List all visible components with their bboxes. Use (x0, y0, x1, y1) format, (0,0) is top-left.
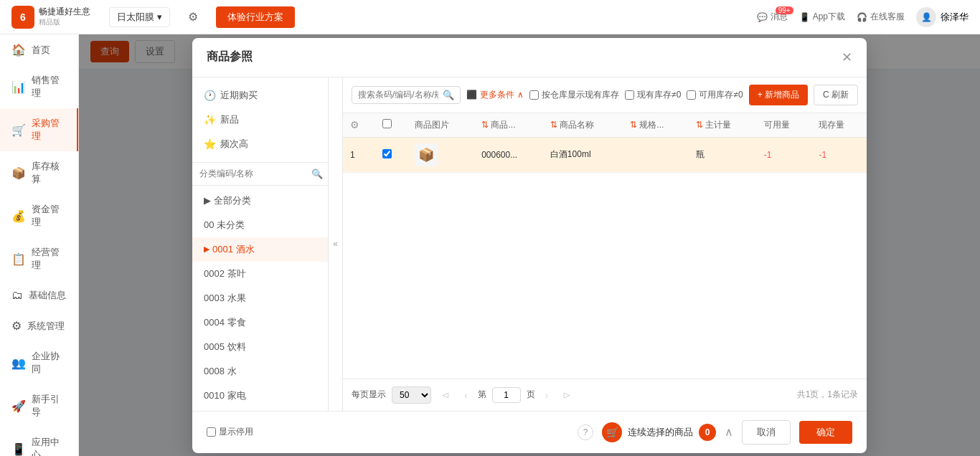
sidebar-item-system[interactable]: ⚙ 系统管理 (0, 310, 78, 341)
online-service-label: 在线客服 (870, 11, 905, 23)
category-search-input[interactable] (199, 168, 307, 179)
page-input[interactable] (492, 387, 521, 403)
footer-right: ? 🛒 连续选择的商品 0 ∧ 取消 确定 (578, 420, 852, 445)
row-checkbox[interactable] (382, 149, 392, 158)
check-by-warehouse-label[interactable]: 按仓库显示现有库存 (529, 89, 619, 101)
category-item-0008-label: 0008 水 (204, 365, 237, 378)
show-disabled-checkbox[interactable] (207, 427, 216, 437)
sidebar-item-finance[interactable]: 💰 资金管理 (0, 194, 78, 237)
inventory-icon: 📦 (11, 166, 26, 180)
category-item-0002[interactable]: 0002 茶叶 (192, 262, 328, 286)
category-tabs: 🕐 近期购买 ✨ 新品 ⭐ 频次高 (192, 77, 328, 163)
product-search-icon[interactable]: 🔍 (443, 90, 454, 100)
guide-icon: 🚀 (11, 399, 26, 413)
new-icon: ✨ (204, 114, 216, 125)
sidebar-item-app[interactable]: 📱 应用中心 (0, 427, 78, 456)
navbar: 6 畅捷通好生意 精品版 日太阳膜 ▾ ⚙ 体验行业方案 💬 消息 99+ 📱 … (0, 0, 980, 34)
col-settings[interactable]: ⚙ (343, 113, 375, 138)
row-checkbox-cell[interactable] (375, 137, 407, 172)
online-service-item[interactable]: 🎧 在线客服 (857, 11, 905, 23)
sidebar-item-basic-info[interactable]: 🗂 基础信息 (0, 280, 78, 310)
filter-more-button[interactable]: ⬛ 更多条件 ∧ (466, 89, 524, 101)
category-item-0010[interactable]: 0010 家电 (192, 384, 328, 408)
select-all-checkbox[interactable] (382, 119, 392, 128)
sidebar-item-guide[interactable]: 🚀 新手引导 (0, 384, 78, 427)
refresh-button[interactable]: C 刷新 (814, 85, 858, 105)
modal-title: 商品参照 (207, 49, 253, 65)
category-panel: 🕐 近期购买 ✨ 新品 ⭐ 频次高 (192, 77, 329, 411)
modal-close-button[interactable]: ✕ (842, 49, 852, 65)
app-download-label: App下载 (813, 11, 845, 23)
operations-icon: 📋 (11, 252, 26, 266)
col-spec[interactable]: ⇅ 规格... (623, 113, 689, 138)
category-item-0001[interactable]: ▶ 0001 酒水 (192, 237, 328, 262)
toolbar-right: + 新增商品 C 刷新 (749, 85, 858, 105)
category-item-0005[interactable]: 0005 饮料 (192, 335, 328, 359)
col-name-sort-icon: ⇅ (550, 120, 557, 130)
page-total-info: 共1页，1条记录 (797, 389, 858, 401)
gear-button[interactable]: ⚙ (182, 6, 204, 29)
col-name[interactable]: ⇅ 商品名称 (543, 113, 623, 138)
category-search-icon[interactable]: 🔍 (311, 168, 323, 179)
new-products-tab[interactable]: ✨ 新品 (192, 108, 328, 132)
username: 徐泽华 (941, 11, 969, 24)
modal-overlay: 商品参照 ✕ 🕐 近期购买 ✨ 新 (79, 34, 980, 456)
category-search: 🔍 (192, 163, 328, 186)
experience-button[interactable]: 体验行业方案 (216, 6, 295, 28)
all-categories-item[interactable]: ▶ 全部分类 (192, 189, 328, 213)
prev-page-button[interactable]: ‹ (460, 388, 472, 402)
high-frequency-tab[interactable]: ⭐ 频次高 (192, 132, 328, 156)
cart-area[interactable]: 🛒 连续选择的商品 0 (602, 422, 716, 442)
category-item-0004[interactable]: 0004 零食 (192, 310, 328, 335)
col-code[interactable]: ⇅ 商品... (474, 113, 543, 138)
col-checkbox[interactable] (375, 113, 407, 138)
recent-purchase-label: 近期购买 (220, 89, 258, 102)
filter-more-label: 更多条件 (480, 89, 514, 101)
collapse-up-button[interactable]: ∧ (725, 425, 733, 439)
per-page-label: 每页显示 (352, 389, 386, 401)
recent-purchase-tab[interactable]: 🕐 近期购买 (192, 83, 328, 108)
check-existing-input[interactable] (625, 90, 634, 100)
col-unit[interactable]: ⇅ 主计量 (689, 113, 757, 138)
sidebar-item-collab[interactable]: 👥 企业协同 (0, 341, 78, 384)
sidebar-item-operations[interactable]: 📋 经营管理 (0, 237, 78, 280)
messages-nav-item[interactable]: 💬 消息 99+ (757, 11, 788, 23)
sidebar-item-inventory[interactable]: 📦 库存核算 (0, 151, 78, 194)
category-item-0008[interactable]: 0008 水 (192, 359, 328, 384)
freq-icon: ⭐ (204, 138, 216, 150)
product-search-input[interactable] (358, 90, 438, 100)
last-page-button[interactable]: ⊳ (558, 388, 575, 402)
help-icon[interactable]: ? (578, 424, 593, 440)
store-name: 日太阳膜 (117, 11, 154, 24)
store-selector[interactable]: 日太阳膜 ▾ (109, 7, 170, 27)
footer-left: 显示停用 (207, 426, 253, 438)
table-row[interactable]: 1 📦 000600... 白酒100ml 瓶 (343, 137, 867, 172)
next-page-button[interactable]: › (541, 388, 553, 402)
col-unit-sort-icon: ⇅ (696, 120, 703, 130)
all-categories-arrow: ▶ (204, 195, 211, 206)
sidebar-item-sales[interactable]: 📊 销售管理 (0, 65, 78, 108)
check-by-warehouse-input[interactable] (529, 90, 539, 100)
category-item-00[interactable]: 00 未分类 (192, 213, 328, 237)
category-item-0003[interactable]: 0003 水果 (192, 286, 328, 310)
confirm-button[interactable]: 确定 (799, 421, 852, 444)
sidebar-item-operations-label: 经营管理 (32, 246, 67, 272)
sidebar-item-home[interactable]: 🏠 首页 (0, 34, 78, 65)
app-download-item[interactable]: 📱 App下载 (799, 11, 845, 23)
first-page-button[interactable]: ⊲ (437, 388, 454, 402)
check-available-label[interactable]: 可用库存≠0 (687, 89, 743, 101)
per-page-select[interactable]: 50 100 (392, 386, 431, 404)
add-product-button[interactable]: + 新增商品 (749, 85, 808, 105)
check-available-input[interactable] (687, 90, 696, 100)
avatar: 👤 (916, 7, 936, 27)
row-image-cell: 📦 (407, 137, 474, 172)
sidebar-item-finance-label: 资金管理 (32, 203, 67, 229)
user-area[interactable]: 👤 徐泽华 (916, 7, 969, 27)
check-existing-label[interactable]: 现有库存≠0 (625, 89, 681, 101)
show-disabled-label[interactable]: 显示停用 (207, 426, 253, 438)
cancel-button[interactable]: 取消 (742, 420, 791, 445)
sidebar-item-purchase[interactable]: 🛒 采购管理 (0, 108, 78, 151)
cart-label: 连续选择的商品 (628, 426, 693, 439)
row-spec-cell (623, 137, 689, 172)
collapse-panel-button[interactable]: « (329, 77, 343, 411)
